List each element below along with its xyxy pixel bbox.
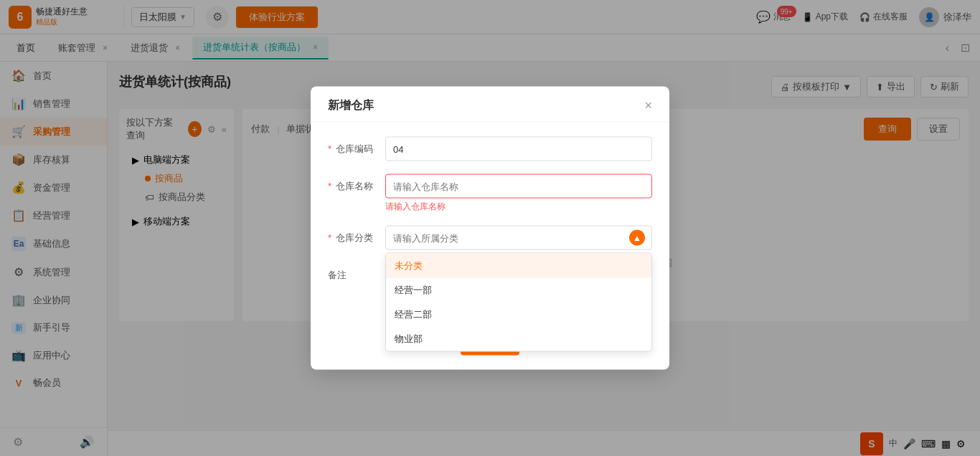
category-select-wrapper: ▲ [385,226,652,250]
category-dropdown: 未分类 经营一部 经营二部 物业部 [385,253,652,352]
modal-close-button[interactable]: × [644,98,652,113]
modal-header: 新增仓库 × [311,87,669,123]
category-label: * 仓库分类 [328,226,385,244]
name-field: 请输入仓库名称 [385,174,652,213]
form-row-category: * 仓库分类 ▲ 未分类 经营一部 经营二部 物业部 [328,226,652,250]
code-field [385,137,652,161]
cat-required-star: * [328,232,331,243]
name-required-star: * [328,181,331,191]
name-label: * 仓库名称 [328,174,385,193]
category-field: ▲ 未分类 经营一部 经营二部 物业部 [385,226,652,250]
dropdown-item-ops1[interactable]: 经营一部 [386,278,651,303]
form-row-code: * 仓库编码 [328,137,652,161]
dropdown-item-none[interactable]: 未分类 [386,254,651,278]
category-input[interactable] [385,226,652,250]
modal-body: * 仓库编码 * 仓库名称 请输入仓库名称 * 仓库分类 [311,123,669,308]
code-label: * 仓库编码 [328,137,385,156]
name-input[interactable] [385,174,652,199]
modal-title: 新增仓库 [328,98,374,113]
form-row-name: * 仓库名称 请输入仓库名称 [328,174,652,213]
note-label: 备注 [328,263,385,282]
add-warehouse-modal: 新增仓库 × * 仓库编码 * 仓库名称 请输入仓库名称 [311,87,669,370]
name-error-msg: 请输入仓库名称 [385,201,652,213]
required-star: * [328,143,331,154]
dropdown-item-property[interactable]: 物业部 [386,327,651,351]
code-input[interactable] [385,137,652,161]
dropdown-item-ops2[interactable]: 经营二部 [386,303,651,327]
